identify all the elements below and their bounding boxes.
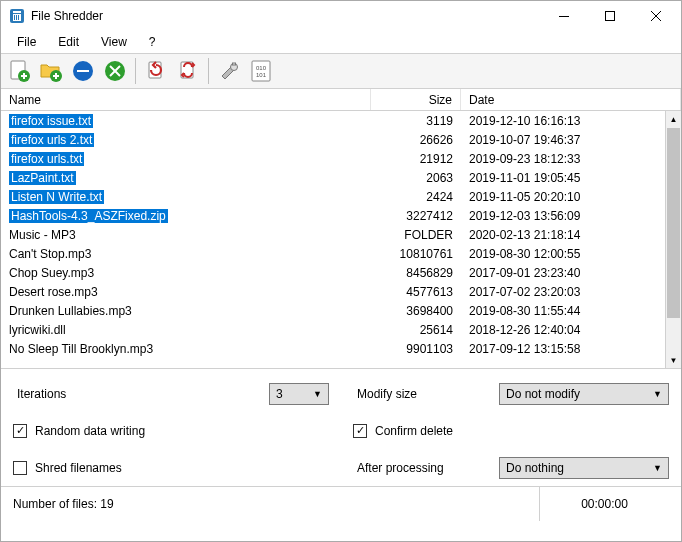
modify-size-value: Do not modify: [506, 387, 580, 401]
svg-rect-3: [14, 15, 15, 20]
iterations-select[interactable]: 3 ▼: [269, 383, 329, 405]
cell-date: 2019-08-30 12:00:55: [461, 247, 681, 261]
svg-rect-4: [16, 15, 17, 20]
random-writing-label[interactable]: Random data writing: [35, 424, 145, 438]
cell-name: firefox urls.txt: [1, 152, 371, 166]
confirm-delete-label[interactable]: Confirm delete: [375, 424, 453, 438]
minimize-button[interactable]: [541, 1, 587, 31]
file-list[interactable]: firefox issue.txt31192019-12-10 16:16:13…: [1, 111, 681, 369]
cell-name: firefox urls 2.txt: [1, 133, 371, 147]
cell-name: Listen N Write.txt: [1, 190, 371, 204]
statusbar: Number of files: 19 00:00:00: [1, 487, 681, 521]
svg-rect-26: [252, 61, 270, 81]
svg-rect-6: [559, 16, 569, 17]
svg-text:010: 010: [256, 65, 267, 71]
cell-date: 2019-10-07 19:46:37: [461, 133, 681, 147]
cell-name: Desert rose.mp3: [1, 285, 371, 299]
cell-date: 2019-12-10 16:16:13: [461, 114, 681, 128]
confirm-delete-checkbox[interactable]: ✓: [353, 424, 367, 438]
table-row[interactable]: firefox urls.txt219122019-09-23 18:12:33: [1, 149, 681, 168]
cell-name: firefox issue.txt: [1, 114, 371, 128]
menu-help[interactable]: ?: [139, 33, 166, 51]
cell-date: 2019-08-30 11:55:44: [461, 304, 681, 318]
cell-size: 2063: [371, 171, 461, 185]
window-title: File Shredder: [31, 9, 541, 23]
cell-size: 3698400: [371, 304, 461, 318]
table-row[interactable]: LazPaint.txt20632019-11-01 19:05:45: [1, 168, 681, 187]
menu-view[interactable]: View: [91, 33, 137, 51]
table-row[interactable]: Desert rose.mp345776132017-07-02 23:20:0…: [1, 282, 681, 301]
scroll-down-icon[interactable]: ▼: [666, 352, 681, 368]
iterations-value: 3: [276, 387, 283, 401]
status-time: 00:00:00: [539, 487, 669, 521]
svg-rect-25: [233, 63, 236, 65]
shred-filenames-checkbox[interactable]: [13, 461, 27, 475]
table-row[interactable]: firefox issue.txt31192019-12-10 16:16:13: [1, 111, 681, 130]
scrollbar[interactable]: ▲ ▼: [665, 111, 681, 368]
add-folder-button[interactable]: [37, 56, 65, 86]
table-row[interactable]: Listen N Write.txt24242019-11-05 20:20:1…: [1, 187, 681, 206]
menu-edit[interactable]: Edit: [48, 33, 89, 51]
modify-size-select[interactable]: Do not modify ▼: [499, 383, 669, 405]
cell-size: 26626: [371, 133, 461, 147]
controls-panel: Iterations 3 ▼ Modify size Do not modify…: [1, 369, 681, 487]
shred-filenames-label[interactable]: Shred filenames: [35, 461, 122, 475]
after-processing-label: After processing: [357, 461, 499, 475]
table-row[interactable]: Drunken Lullabies.mp336984002019-08-30 1…: [1, 301, 681, 320]
chevron-down-icon: ▼: [313, 389, 322, 399]
cell-name: lyricwiki.dll: [1, 323, 371, 337]
cell-name: Can't Stop.mp3: [1, 247, 371, 261]
column-name[interactable]: Name: [1, 89, 371, 110]
cell-date: 2019-09-23 18:12:33: [461, 152, 681, 166]
cell-size: 21912: [371, 152, 461, 166]
refresh-button[interactable]: [174, 56, 202, 86]
cell-name: HashTools-4.3_ASZFixed.zip: [1, 209, 371, 223]
cell-date: 2018-12-26 12:40:04: [461, 323, 681, 337]
scroll-track[interactable]: [666, 319, 681, 352]
after-processing-value: Do nothing: [506, 461, 564, 475]
cell-name: LazPaint.txt: [1, 171, 371, 185]
toolbar: 010 101: [1, 53, 681, 89]
remove-button[interactable]: [69, 56, 97, 86]
menubar: File Edit View ?: [1, 31, 681, 53]
table-row[interactable]: firefox urls 2.txt266262019-10-07 19:46:…: [1, 130, 681, 149]
table-row[interactable]: HashTools-4.3_ASZFixed.zip32274122019-12…: [1, 206, 681, 225]
column-date[interactable]: Date: [461, 89, 681, 110]
table-row[interactable]: Music - MP3FOLDER2020-02-13 21:18:14: [1, 225, 681, 244]
scroll-up-icon[interactable]: ▲: [666, 111, 681, 127]
add-file-button[interactable]: [5, 56, 33, 86]
table-row[interactable]: No Sleep Till Brooklyn.mp399011032017-09…: [1, 339, 681, 358]
close-button[interactable]: [633, 1, 679, 31]
cell-name: No Sleep Till Brooklyn.mp3: [1, 342, 371, 356]
column-size[interactable]: Size: [371, 89, 461, 110]
binary-button[interactable]: 010 101: [247, 56, 275, 86]
cell-date: 2019-12-03 13:56:09: [461, 209, 681, 223]
cell-name: Drunken Lullabies.mp3: [1, 304, 371, 318]
svg-rect-5: [18, 15, 19, 20]
clear-button[interactable]: [101, 56, 129, 86]
cell-size: 4577613: [371, 285, 461, 299]
cell-size: 9901103: [371, 342, 461, 356]
chevron-down-icon: ▼: [653, 463, 662, 473]
cell-size: 3227412: [371, 209, 461, 223]
table-row[interactable]: Chop Suey.mp384568292017-09-01 23:23:40: [1, 263, 681, 282]
cell-date: 2017-07-02 23:20:03: [461, 285, 681, 299]
settings-button[interactable]: [215, 56, 243, 86]
cell-name: Music - MP3: [1, 228, 371, 242]
table-row[interactable]: lyricwiki.dll256142018-12-26 12:40:04: [1, 320, 681, 339]
cell-date: 2017-09-01 23:23:40: [461, 266, 681, 280]
svg-rect-7: [606, 12, 615, 21]
shred-button[interactable]: [142, 56, 170, 86]
toolbar-separator: [208, 58, 209, 84]
after-processing-select[interactable]: Do nothing ▼: [499, 457, 669, 479]
cell-date: 2019-11-05 20:20:10: [461, 190, 681, 204]
svg-rect-16: [55, 73, 57, 79]
cell-date: 2020-02-13 21:18:14: [461, 228, 681, 242]
column-header: Name Size Date: [1, 89, 681, 111]
scroll-thumb[interactable]: [667, 128, 680, 318]
menu-file[interactable]: File: [7, 33, 46, 51]
table-row[interactable]: Can't Stop.mp3108107612019-08-30 12:00:5…: [1, 244, 681, 263]
titlebar: File Shredder: [1, 1, 681, 31]
maximize-button[interactable]: [587, 1, 633, 31]
random-writing-checkbox[interactable]: ✓: [13, 424, 27, 438]
